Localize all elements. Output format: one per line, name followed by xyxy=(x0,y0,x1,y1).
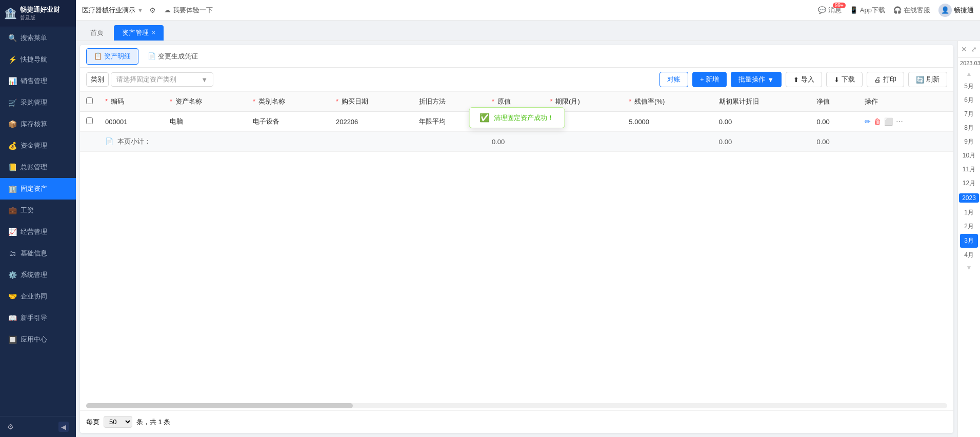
tab-asset-management[interactable]: 资产管理 × xyxy=(114,25,164,41)
scroll-thumb[interactable] xyxy=(86,403,353,408)
right-panel-expand-button[interactable]: ⤢ xyxy=(971,45,977,53)
sidebar-item-basic-info[interactable]: 🗂 基础信息 xyxy=(0,243,76,264)
logo-text: 畅捷通好业财 普及版 xyxy=(20,5,60,22)
subtab-asset-detail[interactable]: 📋 资产明细 xyxy=(86,48,138,65)
enterprise-icon: 🤝 xyxy=(8,292,16,301)
right-panel-down-arrow[interactable]: ▼ xyxy=(966,262,972,273)
col-header-id: * 编码 xyxy=(99,92,164,112)
cell-name: 电脑 xyxy=(164,112,247,132)
sidebar-item-ledger[interactable]: 📒 总账管理 xyxy=(0,156,76,178)
tab-close-icon[interactable]: × xyxy=(152,29,155,36)
right-panel-month-2[interactable]: 2月 xyxy=(958,220,980,233)
subtotal-original: 0.00 xyxy=(486,132,544,152)
category-placeholder: 请选择固定资产类别 xyxy=(116,75,176,84)
experience-button[interactable]: ☁ 我要体验一下 xyxy=(164,6,213,15)
download-button[interactable]: ⬇ 下载 xyxy=(826,72,863,87)
new-button[interactable]: + 新增 xyxy=(692,72,727,87)
sidebar-item-quick-nav[interactable]: ⚡ 快捷导航 xyxy=(0,49,76,70)
tab-home-label: 首页 xyxy=(90,29,104,36)
sidebar-item-sales[interactable]: 📊 销售管理 xyxy=(0,70,76,92)
horizontal-scrollbar[interactable] xyxy=(80,401,953,410)
subtotal-label: 📄 本页小计： xyxy=(99,132,413,152)
right-panel-up-arrow[interactable]: ▲ xyxy=(966,68,972,80)
company-name: 医疗器械行业演示 xyxy=(82,6,135,15)
sidebar-collapse-button[interactable]: ◀ xyxy=(58,422,69,432)
category-input[interactable]: 请选择固定资产类别 ▼ xyxy=(111,72,213,87)
right-panel-month-11[interactable]: 11月 xyxy=(958,163,980,176)
sidebar-item-funds[interactable]: 💰 资金管理 xyxy=(0,135,76,156)
cell-id: 000001 xyxy=(99,112,164,132)
right-panel-month-9[interactable]: 9月 xyxy=(958,135,980,149)
subtab-change-voucher[interactable]: 📄 变更生成凭证 xyxy=(141,49,205,64)
subtotal-depreciation xyxy=(413,132,486,152)
sidebar-item-system[interactable]: ⚙️ 系统管理 xyxy=(0,264,76,286)
sidebar-item-payroll[interactable]: 💼 工资 xyxy=(0,200,76,221)
sidebar-item-purchase[interactable]: 🛒 采购管理 xyxy=(0,92,76,113)
refresh-button[interactable]: 🔄 刷新 xyxy=(908,72,947,87)
sidebar-item-operations[interactable]: 📈 经营管理 xyxy=(0,221,76,243)
company-selector[interactable]: 医疗器械行业演示 ▼ xyxy=(82,6,143,15)
right-panel-month-6[interactable]: 6月 xyxy=(958,93,980,107)
right-panel-month-12[interactable]: 12月 xyxy=(958,176,980,190)
category-filter: 类别 请选择固定资产类别 ▼ xyxy=(86,72,213,87)
system-icon: ⚙️ xyxy=(8,271,16,279)
topbar-right: 💬 消息 99+ 📱 App下载 🎧 在线客服 👤 畅捷通 xyxy=(818,4,974,17)
subtab-change-voucher-label: 变更生成凭证 xyxy=(158,52,198,61)
import-icon: ⬆ xyxy=(793,76,799,84)
batch-ops-button[interactable]: 批量操作 ▼ xyxy=(731,72,782,87)
sidebar-item-fixed-assets[interactable]: 🏢 固定资产 xyxy=(0,178,76,200)
col-header-name: * 资产名称 xyxy=(164,92,247,112)
app-download-button[interactable]: 📱 App下载 xyxy=(850,6,885,15)
copy-icon[interactable]: ⬜ xyxy=(884,117,893,126)
more-icon[interactable]: ⋯ xyxy=(896,117,903,126)
print-button[interactable]: 🖨 打印 xyxy=(867,72,904,87)
reconcile-button[interactable]: 对账 xyxy=(659,72,688,87)
right-panel-month-5[interactable]: 5月 xyxy=(958,80,980,93)
select-all-checkbox[interactable] xyxy=(86,97,93,104)
online-service-button[interactable]: 🎧 在线客服 xyxy=(893,6,930,15)
sidebar-item-guide[interactable]: 📖 新手引导 xyxy=(0,307,76,329)
asset-detail-icon: 📋 xyxy=(94,52,102,60)
right-panel-close-button[interactable]: ✕ xyxy=(961,45,967,53)
tab-asset-management-label: 资产管理 xyxy=(122,28,149,37)
sidebar: 🏦 畅捷通好业财 普及版 🔍 搜索菜单 ⚡ 快捷导航 📊 销售管理 🛒 采购管理… xyxy=(0,0,76,437)
avatar-icon: 👤 xyxy=(941,6,949,14)
main-area: 医疗器械行业演示 ▼ ⚙ ☁ 我要体验一下 💬 消息 99+ 📱 App下载 🎧… xyxy=(76,0,980,437)
tab-home[interactable]: 首页 xyxy=(82,25,112,41)
right-panel-year-badge[interactable]: 2023 xyxy=(959,193,979,203)
sidebar-bottom: ⚙ ◀ xyxy=(0,416,76,437)
sidebar-item-search[interactable]: 🔍 搜索菜单 xyxy=(0,27,76,49)
row-checkbox xyxy=(80,112,99,132)
category-label: 类别 xyxy=(86,72,109,87)
sidebar-item-inventory[interactable]: 📦 库存核算 xyxy=(0,113,76,135)
sales-icon: 📊 xyxy=(8,77,16,85)
messages-badge: 99+ xyxy=(833,3,846,8)
right-panel-month-8[interactable]: 8月 xyxy=(958,121,980,135)
basic-info-icon: 🗂 xyxy=(8,249,16,257)
settings-icon[interactable]: ⚙ xyxy=(7,423,14,431)
right-panel-month-10[interactable]: 10月 xyxy=(958,149,980,163)
sidebar-item-enterprise[interactable]: 🤝 企业协同 xyxy=(0,286,76,307)
gear-icon[interactable]: ⚙ xyxy=(149,6,156,14)
row-select-checkbox[interactable] xyxy=(86,117,93,124)
toolbar-right: 对账 + 新增 批量操作 ▼ ⬆ 导入 ⬇ 下载 🖨 xyxy=(659,72,947,87)
scroll-track xyxy=(86,403,947,408)
right-panel-month-1[interactable]: 1月 xyxy=(958,206,980,220)
sidebar-label-quick-nav: 快捷导航 xyxy=(21,55,47,64)
messages-button[interactable]: 💬 消息 99+ xyxy=(818,6,842,15)
right-panel-month-4[interactable]: 4月 xyxy=(958,248,980,262)
edit-icon[interactable]: ✏ xyxy=(865,117,871,126)
sidebar-item-app-center[interactable]: 🔲 应用中心 xyxy=(0,329,76,350)
right-panel-month-7[interactable]: 7月 xyxy=(958,107,980,121)
delete-icon[interactable]: 🗑 xyxy=(874,117,881,126)
per-page-select[interactable]: 50 100 xyxy=(104,416,132,428)
username: 畅捷通 xyxy=(954,6,974,15)
export-button[interactable]: ⬆ 导入 xyxy=(786,72,822,87)
toolbar: 类别 请选择固定资产类别 ▼ 对账 + 新增 批量操作 ▼ ⬆ 导入 xyxy=(80,68,953,92)
logo-icon: 🏦 xyxy=(4,7,17,19)
user-profile[interactable]: 👤 畅捷通 xyxy=(938,4,974,17)
subtotal-accumulated: 0.00 xyxy=(713,132,811,152)
quick-nav-icon: ⚡ xyxy=(8,55,16,64)
right-panel-month-3-current[interactable]: 3月 xyxy=(960,234,978,248)
sidebar-logo: 🏦 畅捷通好业财 普及版 xyxy=(0,0,76,27)
